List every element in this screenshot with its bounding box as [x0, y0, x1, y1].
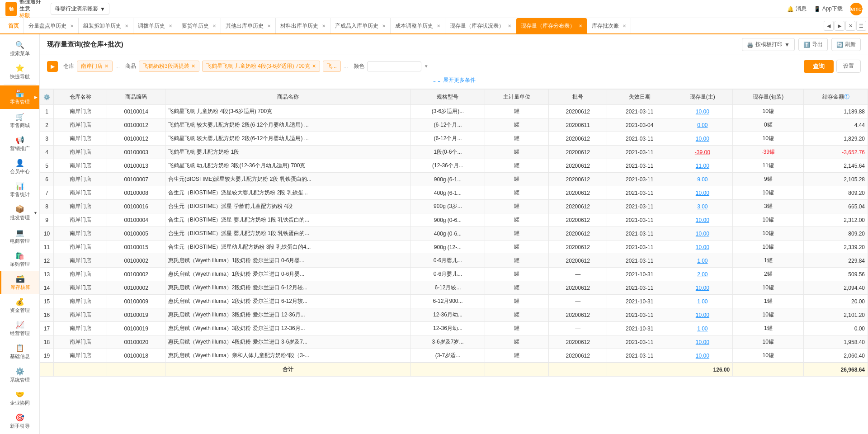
sidebar-item-marketing[interactable]: 📢 营销推广 — [0, 132, 39, 155]
account-selector[interactable]: 母婴行业演示账套 ▼ — [51, 3, 109, 15]
page-title: 现存量查询(按仓库+批次) — [47, 40, 123, 49]
tab-close-10[interactable]: ✕ — [579, 24, 582, 28]
td-qty-main[interactable]: 11.00 — [672, 159, 733, 173]
td-no: 4 — [40, 146, 54, 159]
warehouse-tag-close[interactable]: ✕ — [104, 63, 108, 69]
product-tag-2-close[interactable]: ✕ — [312, 63, 316, 69]
td-qty-main[interactable]: 10.00 — [672, 105, 733, 118]
sidebar-item-system[interactable]: ⚙️ 系统管理 — [0, 363, 39, 387]
td-qty-main[interactable]: 10.00 — [672, 241, 733, 254]
product-tag-2[interactable]: 飞鹤星飞帆 儿童奶粉 4段(3-6岁适用) 700克 ✕ — [202, 61, 320, 72]
print-button[interactable]: 🖨️ 按模板打印 ▼ — [742, 38, 795, 51]
sidebar-item-basic-info[interactable]: 📋 基础信息 — [0, 340, 39, 363]
td-no: 16 — [40, 308, 54, 322]
td-warehouse: 南岸门店 — [54, 295, 107, 308]
refresh-button[interactable]: 🔄 刷新 — [831, 38, 861, 51]
tab-9[interactable]: 现存量（库存状况表） ✕ — [445, 18, 516, 33]
td-qty-main[interactable]: 10.00 — [672, 186, 733, 200]
color-input[interactable] — [367, 61, 421, 71]
td-expire: 2021-03-11 — [607, 335, 672, 349]
td-qty-main[interactable]: 0.00 — [672, 118, 733, 132]
tab-close-2[interactable]: ✕ — [125, 24, 128, 28]
td-amount: 20.00 — [804, 295, 868, 308]
setting-button[interactable]: 设置 — [836, 60, 861, 73]
filter-expand-btn[interactable]: ▶ — [47, 61, 58, 72]
sidebar-item-inventory[interactable]: 🗃️ 库存核算 — [0, 271, 39, 294]
sidebar-item-retail-shop[interactable]: 🛒 零售商城 — [0, 109, 39, 132]
product-tag-1[interactable]: 飞鹤奶粉3段两提装 ✕ — [139, 61, 199, 72]
app-download-btn[interactable]: 📱 App下载 — [814, 5, 843, 13]
tab-close-7[interactable]: ✕ — [382, 24, 386, 28]
td-qty-main[interactable]: 9.00 — [672, 173, 733, 186]
sidebar-item-search[interactable]: 🔍 搜索菜单 — [0, 37, 39, 60]
tab-close-4[interactable]: ✕ — [212, 24, 216, 28]
td-no: 12 — [40, 254, 54, 268]
sidebar-item-finance[interactable]: 💰 资金管理 — [0, 294, 39, 317]
sidebar-item-retail-stats[interactable]: 📊 零售统计 — [0, 178, 39, 201]
tab-7[interactable]: 产成品入库单历史 ✕ — [330, 18, 391, 33]
tab-close-5[interactable]: ✕ — [267, 24, 271, 28]
td-spec: (12-36个月... — [411, 159, 485, 173]
td-qty-main[interactable]: -39.00 — [672, 146, 733, 159]
search-button[interactable]: 查询 — [804, 60, 834, 73]
product-tag-1-close[interactable]: ✕ — [191, 63, 195, 69]
sidebar-item-nav[interactable]: ⭐ 快捷导航 — [0, 60, 39, 83]
sidebar-item-retail-mgmt[interactable]: 🏪 零售管理 ▶ — [0, 85, 39, 108]
tab-2[interactable]: 组装拆卸单历史 ✕ — [79, 18, 133, 33]
td-qty-main[interactable]: 1.00 — [672, 295, 733, 308]
messages-btn[interactable]: 🔔 消息 — [787, 5, 807, 13]
tab-close-6[interactable]: ✕ — [322, 24, 326, 28]
td-qty-main[interactable]: 10.00 — [672, 281, 733, 295]
tab-11[interactable]: 库存批次账 ✕ — [587, 18, 631, 33]
tab-home[interactable]: 首页 — [4, 18, 24, 33]
td-qty-main[interactable]: 10.00 — [672, 227, 733, 241]
tab-6[interactable]: 材料出库单历史 ✕ — [276, 18, 330, 33]
td-amount: 229.84 — [804, 254, 868, 268]
td-qty-main[interactable]: 10.00 — [672, 335, 733, 349]
tab-3[interactable]: 调拨单历史 ✕ — [133, 18, 177, 33]
tab-4[interactable]: 要货单历史 ✕ — [177, 18, 221, 33]
td-qty-main[interactable]: 10.00 — [672, 349, 733, 363]
td-qty-main[interactable]: 1.00 — [672, 254, 733, 268]
tab-1[interactable]: 分量盘点单历史 ✕ — [24, 18, 79, 33]
sidebar-item-guide[interactable]: 🎯 新手引导 — [0, 410, 39, 433]
tab-close-8[interactable]: ✕ — [437, 24, 440, 28]
sidebar-item-member[interactable]: 👤 会员中心 — [0, 155, 39, 178]
td-qty-main[interactable]: 2.00 — [672, 268, 733, 281]
warehouse-tag[interactable]: 南岸门店 ✕ — [77, 61, 113, 72]
tab-close-all-btn[interactable]: ✕ — [845, 21, 855, 31]
product-more[interactable]: ... — [344, 63, 348, 70]
tab-close-1[interactable]: ✕ — [70, 24, 74, 28]
export-button[interactable]: ⬆️ 导出 — [798, 38, 828, 51]
warehouse-more[interactable]: ... — [115, 63, 120, 70]
avatar[interactable]: demo2 — [850, 3, 863, 15]
tab-next-btn[interactable]: ▶ — [835, 21, 844, 31]
td-name: 惠氏启赋（Wyeth illuma）1段奶粉 爱尔兰进口 0-6月婴... — [165, 268, 411, 281]
sidebar-item-enterprise[interactable]: 🤝 企业协同 — [0, 387, 39, 410]
sidebar-item-wholesale[interactable]: 📦 批发管理 ▼ — [0, 201, 39, 224]
td-qty-main[interactable]: 10.00 — [672, 213, 733, 227]
tab-10[interactable]: 现存量（库存分布表） ✕ — [516, 18, 587, 33]
td-qty-main[interactable]: 3.00 — [672, 200, 733, 213]
amount-info-icon[interactable]: ① — [844, 94, 849, 100]
expand-more-btn[interactable]: ⌄⌄ 展开更多条件 — [47, 76, 861, 84]
td-qty-main[interactable]: 1.00 — [672, 322, 733, 335]
tab-prev-btn[interactable]: ◀ — [824, 21, 834, 31]
tab-close-11[interactable]: ✕ — [623, 24, 626, 28]
td-qty-main[interactable]: 10.00 — [672, 308, 733, 322]
tab-5[interactable]: 其他出库单历史 ✕ — [221, 18, 276, 33]
tab-8[interactable]: 成本调整单历史 ✕ — [391, 18, 445, 33]
sidebar-item-ecommerce[interactable]: 💻 电商管理 — [0, 225, 39, 248]
td-batch: 20200612 — [549, 308, 607, 322]
store-icon: 🏪 — [15, 89, 24, 98]
color-arrow-icon[interactable]: ▼ — [424, 64, 429, 69]
td-unit: 罐 — [485, 335, 549, 349]
sidebar-item-operations[interactable]: 📈 经营管理 — [0, 317, 39, 340]
td-qty-main[interactable]: 10.00 — [672, 132, 733, 146]
download-icon: 📱 — [814, 6, 821, 12]
tab-close-3[interactable]: ✕ — [169, 24, 172, 28]
sidebar-item-purchase[interactable]: 🛍️ 采购管理 — [0, 248, 39, 271]
tab-menu-btn[interactable]: ☰ — [856, 21, 866, 31]
product-tag-3[interactable]: 飞... — [323, 61, 341, 72]
tab-close-9[interactable]: ✕ — [508, 24, 511, 28]
